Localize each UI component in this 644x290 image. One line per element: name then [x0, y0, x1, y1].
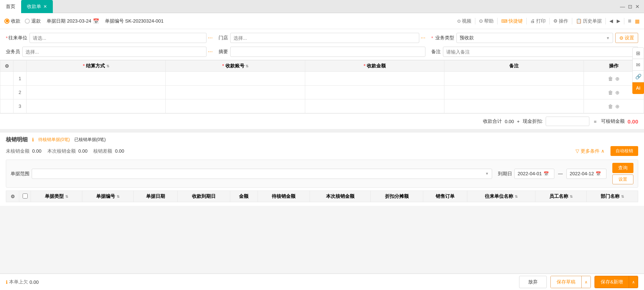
auto-writeoff-btn[interactable]: 自动核销	[610, 146, 638, 156]
tab-receipt[interactable]: 收款单 ✕	[21, 0, 53, 13]
remark-input[interactable]	[443, 47, 638, 57]
sidebar-email-icon[interactable]: ✉	[632, 59, 644, 71]
filter-settings-btn[interactable]: 设置	[612, 175, 633, 184]
bottom-actions: 放弃 保存草稿 ∧ 保存&新增 ∧	[519, 276, 638, 288]
discount-input[interactable]	[546, 117, 589, 126]
radio-collect[interactable]: 收款	[4, 18, 20, 24]
save-btn[interactable]: 保存&新增	[595, 276, 629, 288]
shortcut-icon: ⌨	[501, 19, 507, 24]
select-all-checkbox[interactable]	[23, 193, 28, 199]
staff-input[interactable]	[22, 47, 207, 57]
tab-bar: 首页 收款单 ✕ — ⊡ ✕	[0, 0, 644, 13]
business-type-label: 业务类型	[435, 35, 454, 41]
store-dots-icon[interactable]: ···	[421, 35, 425, 41]
range-chevron-icon: ▼	[485, 172, 489, 176]
close-icon[interactable]: ✕	[635, 4, 640, 9]
form-row-1: * 往来单位 ··· 门店 ··· * 业务类型 预收款 ▼ ⚙ 设置	[6, 33, 638, 43]
col-counterparty: 往来单位名称	[485, 193, 513, 199]
video-btn[interactable]: ⊙ 视频	[457, 18, 471, 24]
counterparty-input[interactable]	[30, 33, 207, 43]
row1-account-input[interactable]	[166, 72, 305, 85]
range-select[interactable]: ▼	[32, 169, 492, 179]
settings-button[interactable]: ⚙ 设置	[615, 33, 638, 43]
sidebar-ai-icon[interactable]: Ai	[632, 82, 644, 94]
number-label: 单据编号	[105, 18, 124, 24]
summary-input[interactable]	[230, 47, 425, 57]
row3-amount-input[interactable]	[305, 99, 444, 113]
row1-settlement-input[interactable]	[27, 72, 165, 85]
col-actions: 操作	[609, 63, 619, 68]
due-date-label: 到期日	[498, 171, 512, 177]
table-gear-icon[interactable]: ⚙	[5, 63, 9, 69]
nav-next-icon[interactable]: ▶	[617, 18, 620, 24]
date-to-picker[interactable]: 2022-04-12 📅	[566, 169, 606, 179]
calendar-from-icon: 📅	[543, 171, 549, 176]
toolbar-date-field: 单据日期 2023-03-24 📅	[47, 18, 99, 24]
layout-list-icon[interactable]: ≡	[628, 18, 631, 24]
operations-btn[interactable]: ⚙ 操作	[553, 18, 568, 24]
done-tab[interactable]: 已核销单据(0笔)	[74, 137, 106, 143]
writeoff-info-icon[interactable]: ℹ	[32, 137, 34, 142]
history-icon: 📋	[576, 18, 582, 24]
layout-grid-icon[interactable]: ▦	[635, 18, 640, 24]
writeoff-title-row: 核销明细 ℹ 待核销单据(0笔) 已核销单据(0笔)	[6, 136, 638, 143]
draft-btn-group: 保存草稿 ∧	[550, 276, 591, 288]
draft-arrow-btn[interactable]: ∧	[582, 276, 590, 288]
calendar-icon[interactable]: 📅	[93, 18, 99, 24]
operations-icon: ⚙	[553, 18, 558, 24]
tab-close-icon[interactable]: ✕	[43, 0, 47, 13]
counterparty-dots-icon[interactable]: ···	[208, 35, 213, 41]
print-btn[interactable]: 🖨 打印	[530, 18, 546, 24]
row2-account-input[interactable]	[166, 86, 305, 99]
more-conditions-btn[interactable]: ▽ 更多条件 ∧	[576, 148, 605, 154]
help-btn[interactable]: ⊙ 帮助	[479, 18, 494, 24]
bottom-table-gear-icon[interactable]: ⚙	[11, 194, 15, 199]
row2-remark-input[interactable]	[444, 86, 583, 99]
date-from-picker[interactable]: 2022-04-01 📅	[514, 169, 554, 179]
shortcut-btn[interactable]: ⌨ 快捷键	[501, 18, 523, 24]
draft-btn[interactable]: 保存草稿	[551, 276, 582, 288]
pending-tab[interactable]: 待核销单据(0笔)	[38, 137, 70, 143]
history-btn[interactable]: 📋 历史单据	[576, 18, 602, 24]
radio-refund[interactable]: 退款	[25, 18, 41, 24]
nav-prev-icon[interactable]: ◀	[609, 18, 613, 24]
query-btn[interactable]: 查询	[612, 163, 633, 173]
form-area: * 往来单位 ··· 门店 ··· * 业务类型 预收款 ▼ ⚙ 设置	[0, 29, 644, 60]
collect-total-label: 收款合计	[483, 118, 502, 125]
row2-copy-icon[interactable]: ⊕	[615, 90, 620, 95]
abandon-btn[interactable]: 放弃	[519, 276, 547, 288]
col-dept: 部门名称	[601, 193, 620, 199]
business-type-select[interactable]: 预收款 ▼	[456, 33, 613, 43]
col-due-date: 收款到期日	[192, 193, 216, 199]
right-sidebar: ⊞ ✉ 🔗 Ai	[632, 47, 644, 94]
row2-settlement-input[interactable]	[27, 86, 165, 99]
row3-settlement-input[interactable]	[27, 99, 165, 113]
tab-home[interactable]: 首页	[0, 0, 21, 13]
col-current-amount: 本次核销金额	[326, 193, 354, 199]
row3-account-input[interactable]	[166, 99, 305, 113]
row3-copy-icon[interactable]: ⊕	[615, 103, 620, 109]
diff-stat: 核销差额 0.00	[93, 148, 124, 154]
save-arrow-btn[interactable]: ∧	[629, 276, 638, 288]
row3-delete-icon[interactable]: 🗑	[608, 103, 613, 109]
radio-group: 收款 退款	[4, 18, 41, 24]
staff-label: 业务员	[6, 48, 20, 55]
row1-remark-input[interactable]	[444, 72, 583, 85]
row2-amount-input[interactable]	[305, 86, 444, 99]
sidebar-link-icon[interactable]: 🔗	[632, 71, 644, 82]
equals-sign: =	[594, 119, 597, 124]
expand-icon[interactable]: ⊡	[628, 4, 632, 9]
sidebar-table-icon[interactable]: ⊞	[632, 47, 644, 59]
unverified-stat: 未核销金额 0.00	[6, 148, 42, 154]
row1-delete-icon[interactable]: 🗑	[608, 76, 613, 82]
col-date: 单据日期	[146, 193, 165, 199]
minimize-icon[interactable]: —	[620, 4, 625, 9]
row1-copy-icon[interactable]: ⊕	[615, 76, 620, 82]
staff-dots-icon[interactable]: ···	[208, 48, 213, 55]
store-input[interactable]	[230, 33, 419, 43]
bottom-info-icon: ℹ	[6, 279, 8, 285]
store-field: 门店 ···	[219, 33, 425, 43]
row3-remark-input[interactable]	[444, 99, 583, 113]
row1-amount-input[interactable]	[305, 72, 444, 85]
row2-delete-icon[interactable]: 🗑	[608, 90, 613, 95]
